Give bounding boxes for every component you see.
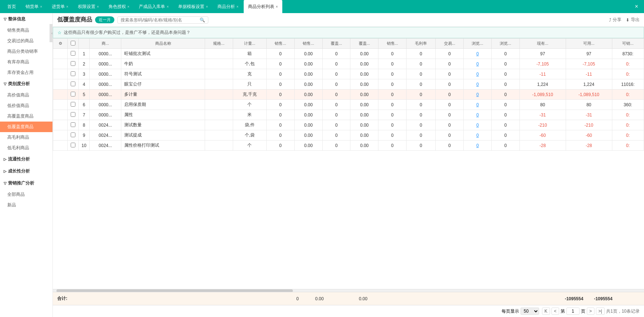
cell-checkbox[interactable] [68,110,79,120]
sidebar-section-growth[interactable]: ▷ 成长性分析 [0,165,52,177]
data-table-container[interactable]: ⚙ 商... 商品名称 规格... 计量... 销售... 销售... 覆盖..… [53,38,644,289]
sidebar-section-liquidity[interactable]: ▷ 流通性分析 [0,153,52,165]
col-sellable-header[interactable]: 可销... [612,39,644,49]
row-checkbox[interactable] [71,61,75,66]
nav-home[interactable]: 首页 [3,0,20,13]
sidebar-item-low-margin[interactable]: 低毛利商品 [0,143,52,153]
cell-view1[interactable]: 0 [464,90,492,100]
row-checkbox[interactable] [71,112,75,117]
sidebar-item-category-rate[interactable]: 商品分类动销率 [0,46,52,57]
nav-warehouse-close[interactable]: × [166,5,169,9]
col-cover1-header[interactable]: 覆盖... [322,39,350,49]
cell-sellable: 0: [612,69,644,79]
nav-analysis[interactable]: 商品分析 × [213,0,243,13]
cell-checkbox[interactable] [68,130,79,140]
footer-available: -1095554 [589,296,618,301]
col-view2-header[interactable]: 浏览... [491,39,519,49]
sidebar-item-high-coverage[interactable]: 高覆盖度商品 [0,111,52,122]
row-checkbox[interactable] [71,102,75,107]
sidebar-item-sales-goods[interactable]: 销售类商品 [0,25,52,36]
nav-template-close[interactable]: × [206,5,208,9]
cell-view1[interactable]: 0 [464,120,492,130]
sidebar-section-category[interactable]: ▽ 类别度分析 [0,78,52,90]
cell-checkbox[interactable] [68,140,79,151]
nav-purchase-close[interactable]: × [66,5,68,9]
sidebar-collapse-btn[interactable]: « [50,24,53,42]
sidebar-section-marketing[interactable]: ▽ 营销推广分析 [0,177,52,189]
cell-view1[interactable]: 0 [464,69,492,79]
cell-checkbox[interactable] [68,49,79,59]
row-checkbox[interactable] [71,71,75,76]
sidebar-item-stocked-goods[interactable]: 有库存商品 [0,57,52,67]
row-checkbox[interactable] [71,51,75,56]
sidebar-item-high-value[interactable]: 高价值商品 [0,90,52,100]
col-sales3-header[interactable]: 销售... [378,39,407,49]
nav-permission-close[interactable]: × [97,5,99,9]
cell-view1[interactable]: 0 [464,59,492,69]
sidebar-item-all-goods[interactable]: 全部商品 [0,189,52,200]
row-checkbox[interactable] [71,132,75,137]
cell-checkbox[interactable] [68,59,79,69]
page-number-input[interactable] [566,308,580,315]
nav-warehouse[interactable]: 产成品入库单 × [134,0,173,13]
page-size-dropdown[interactable]: 50 20 100 [521,308,539,315]
cell-view1[interactable]: 0 [464,110,492,120]
select-all-checkbox[interactable] [71,41,75,45]
sidebar-item-low-value[interactable]: 低价值商品 [0,100,52,111]
cell-checkbox[interactable] [68,90,79,100]
export-button[interactable]: ⬇ 导出 [626,17,640,23]
sidebar-item-stock-capital[interactable]: 库存资金占用 [0,67,52,78]
row-checkbox[interactable] [71,143,75,147]
share-button[interactable]: ⤴ 分享 [609,17,621,23]
nav-role-close[interactable]: × [127,5,130,9]
cell-checkbox[interactable] [68,69,79,79]
nav-analysis-close[interactable]: × [236,5,239,9]
row-checkbox[interactable] [71,122,75,127]
col-sales-qty-header[interactable]: 销售... [267,39,295,49]
cell-view1[interactable]: 0 [464,49,492,59]
nav-analysis-list[interactable]: 商品分析列表 × [244,0,282,13]
cell-view1[interactable]: 0 [464,140,492,151]
sidebar-item-new-goods[interactable]: 新品 [0,200,52,210]
sidebar-item-high-margin[interactable]: 高毛利商品 [0,132,52,143]
nav-permission[interactable]: 权限设置 × [74,0,103,13]
col-name-header[interactable]: 商品名称 [121,39,205,49]
cell-view1[interactable]: 0 [464,79,492,90]
col-margin-header[interactable]: 毛利率 [407,39,436,49]
sidebar-section-general[interactable]: ▽ 整体信息 [0,13,52,25]
col-spec-header[interactable]: 规格... [205,39,233,49]
nav-analysis-list-close[interactable]: × [276,5,278,9]
nav-sales-close[interactable]: × [40,5,42,9]
scrollbar-track[interactable] [53,289,644,292]
col-available-header[interactable]: 可用... [566,39,612,49]
nav-purchase[interactable]: 进货单 × [47,0,73,13]
prev-page-btn[interactable]: < [551,308,559,315]
col-stock-header[interactable]: 现有... [519,39,566,49]
col-trade-header[interactable]: 交易... [436,39,464,49]
row-checkbox[interactable] [71,92,75,96]
cell-checkbox[interactable] [68,100,79,110]
cell-code: 0024... [90,130,121,140]
row-checkbox[interactable] [71,82,75,86]
col-view1-header[interactable]: 浏览... [464,39,492,49]
nav-sales[interactable]: 销货单 × [21,0,47,13]
nav-close-all[interactable]: × [632,3,641,10]
nav-template[interactable]: 单据模板设置 × [174,0,212,13]
sidebar-item-traded-goods[interactable]: 交易过的商品 [0,36,52,46]
period-button[interactable]: 近一月 [95,16,114,23]
col-cover2-header[interactable]: 覆盖... [350,39,378,49]
next-page-btn[interactable]: > [587,308,594,315]
col-code-header[interactable]: 商... [90,39,121,49]
cell-view1[interactable]: 0 [464,130,492,140]
search-input[interactable] [121,17,198,23]
first-page-btn[interactable]: K [542,308,550,315]
nav-role[interactable]: 角色授权 × [104,0,134,13]
sidebar-item-low-coverage[interactable]: 低覆盖度商品 [0,122,52,132]
cell-view1[interactable]: 0 [464,100,492,110]
last-page-btn[interactable]: >| [596,308,605,315]
col-settings[interactable]: ⚙ [53,39,68,49]
cell-checkbox[interactable] [68,120,79,130]
col-unit-header[interactable]: 计量... [233,39,266,49]
cell-checkbox[interactable] [68,79,79,90]
col-sales-amt-header[interactable]: 销售... [294,39,322,49]
